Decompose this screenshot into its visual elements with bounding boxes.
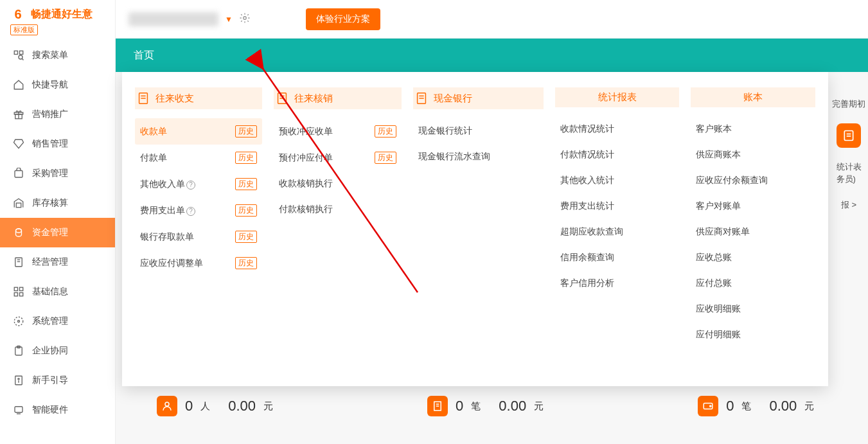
menu-item-cashbank-stat[interactable]: 现金银行统计 (413, 118, 544, 144)
home-icon (13, 79, 24, 91)
sidebar-item-inventory[interactable]: 库存核算 (0, 188, 115, 218)
system-icon (13, 315, 24, 327)
org-selector[interactable]: ▼ (128, 12, 296, 26)
menu-item[interactable]: 供应商账本 (691, 142, 815, 168)
menu-item[interactable]: 费用支出统计 (555, 193, 680, 219)
menu-item[interactable]: 应收应付余额查询 (691, 168, 815, 193)
menu-item-other-income[interactable]: 其他收入单?历史 (135, 171, 262, 197)
menu-label: 付款情况统计 (560, 149, 614, 161)
sidebar-item-quicknav[interactable]: 快捷导航 (0, 70, 115, 100)
menu-item[interactable]: 客户账本 (691, 116, 815, 142)
cta-button[interactable]: 体验行业方案 (306, 8, 380, 30)
menu-label: 现金银行统计 (418, 125, 472, 137)
sidebar-item-hardware[interactable]: 智能硬件 (0, 395, 115, 425)
menu-label: 收款单 (140, 126, 167, 138)
history-tag[interactable]: 历史 (375, 152, 396, 164)
logo-icon: 6 (10, 6, 26, 22)
col-header: 往来收支 (135, 87, 262, 109)
svg-rect-8 (16, 203, 21, 208)
menu-item-receipt[interactable]: 收款单历史 (135, 118, 262, 145)
history-tag[interactable]: 历史 (235, 178, 257, 190)
sidebar-item-label: 经营管理 (32, 256, 68, 268)
wallet-icon (698, 396, 718, 416)
svg-rect-1 (20, 51, 23, 54)
svg-rect-15 (14, 293, 17, 296)
menu-item-receipt-exec[interactable]: 收款核销执行 (274, 171, 401, 197)
sidebar-item-marketing[interactable]: 营销推广 (0, 100, 115, 129)
menu-item[interactable]: 应收总账 (691, 245, 815, 271)
help-icon[interactable]: ? (186, 181, 195, 190)
menu-item-cashbank-flow[interactable]: 现金银行流水查询 (413, 144, 544, 170)
history-tag[interactable]: 历史 (235, 257, 257, 269)
gear-icon[interactable] (239, 12, 251, 26)
menu-col-writeoff: 往来核销 预收冲应收单历史 预付冲应付单历史 收款核销执行 付款核销执行 (274, 87, 401, 348)
svg-point-27 (165, 402, 169, 406)
col-title: 现金银行 (434, 93, 472, 105)
svg-rect-24 (15, 407, 22, 413)
sidebar-item-search[interactable]: 搜索菜单 (0, 40, 115, 70)
warehouse-icon (13, 197, 24, 209)
menu-item[interactable]: 应收明细账 (691, 296, 815, 322)
stat-unit: 人 (200, 400, 210, 413)
menu-item[interactable]: 信用余额查询 (555, 245, 680, 271)
menu-label: 应付总账 (696, 278, 732, 289)
menu-item-bank-transfer[interactable]: 银行存取款单历史 (135, 224, 262, 250)
tab-home[interactable]: 首页 (131, 49, 157, 62)
menu-item[interactable]: 客户信用分析 (555, 271, 680, 296)
sidebar-item-label: 库存核算 (32, 197, 68, 209)
menu-col-reports: 统计报表 收款情况统计 付款情况统计 其他收入统计 费用支出统计 超期应收款查询… (555, 87, 680, 348)
menu-label: 应收应付调整单 (140, 258, 203, 269)
book-icon (13, 256, 24, 268)
menu-item[interactable]: 其他收入统计 (555, 168, 680, 193)
device-icon (13, 404, 24, 416)
menu-item-payment[interactable]: 付款单历史 (135, 145, 262, 171)
menu-item-expense[interactable]: 费用支出单?历史 (135, 197, 262, 224)
history-tag[interactable]: 历史 (235, 152, 257, 164)
stat-card: 0笔 0.00元 (427, 396, 544, 416)
menu-item[interactable]: 应付明细账 (691, 322, 815, 348)
search-icon (13, 49, 24, 61)
menu-item-prepay[interactable]: 预付冲应付单历史 (274, 145, 401, 171)
svg-rect-13 (14, 287, 17, 290)
col-header: 现金银行 (413, 87, 544, 109)
sidebar: 6 畅捷通好生意 标准版 搜索菜单 快捷导航 营销推广 销售管理 (0, 0, 116, 444)
brand-name: 畅捷通好生意 (31, 8, 93, 21)
app-root: 6 畅捷通好生意 标准版 搜索菜单 快捷导航 营销推广 销售管理 (0, 0, 868, 444)
sidebar-item-guide[interactable]: 新手引导 (0, 366, 115, 395)
svg-point-2 (19, 55, 22, 59)
menu-item[interactable]: 付款情况统计 (555, 142, 680, 168)
gift-icon (13, 109, 24, 120)
sidebar-item-label: 资金管理 (32, 227, 68, 238)
menu-item-prereceive[interactable]: 预收冲应收单历史 (274, 118, 401, 145)
history-tag[interactable]: 历史 (235, 125, 257, 138)
history-tag[interactable]: 历史 (235, 204, 257, 217)
sidebar-item-basic[interactable]: 基础信息 (0, 277, 115, 306)
sidebar-item-operation[interactable]: 经营管理 (0, 247, 115, 277)
sidebar-item-label: 搜索菜单 (32, 49, 68, 61)
report-icon[interactable] (837, 123, 861, 148)
menu-item[interactable]: 客户对账单 (691, 193, 815, 219)
person-icon (157, 396, 177, 416)
document-icon (136, 91, 150, 105)
menu-item-payment-exec[interactable]: 付款核销执行 (274, 197, 401, 222)
menu-item[interactable]: 应付总账 (691, 271, 815, 296)
stat-card: 0笔 0.00元 (698, 396, 814, 416)
menu-item[interactable]: 超期应收款查询 (555, 219, 680, 245)
side-text[interactable]: 报 > (841, 199, 856, 211)
sidebar-item-sales[interactable]: 销售管理 (0, 129, 115, 159)
menu-item[interactable]: 收款情况统计 (555, 116, 680, 142)
logo-area: 6 畅捷通好生意 标准版 (0, 0, 115, 40)
sidebar-item-system[interactable]: 系统管理 (0, 306, 115, 336)
sidebar-item-collab[interactable]: 企业协同 (0, 336, 115, 366)
document-icon (414, 91, 429, 105)
history-tag[interactable]: 历史 (375, 125, 396, 138)
menu-label: 应收明细账 (696, 303, 741, 315)
sidebar-item-purchase[interactable]: 采购管理 (0, 159, 115, 188)
menu-item[interactable]: 供应商对账单 (691, 219, 815, 245)
sidebar-item-funds[interactable]: 资金管理 (0, 218, 115, 247)
menu-item-adjust[interactable]: 应收应付调整单历史 (135, 250, 262, 276)
history-tag[interactable]: 历史 (235, 231, 257, 243)
document-icon (275, 91, 289, 105)
chevron-down-icon[interactable]: ▼ (225, 15, 233, 24)
help-icon[interactable]: ? (186, 207, 195, 216)
